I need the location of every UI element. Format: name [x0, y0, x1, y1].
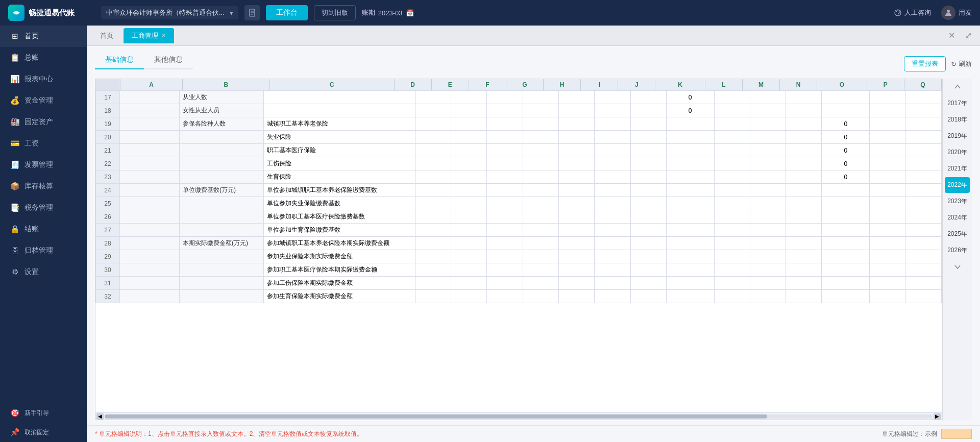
cell-30-f[interactable]	[487, 263, 523, 277]
cell-24-p[interactable]	[870, 184, 905, 197]
cell-22-n[interactable]	[786, 157, 822, 170]
cell-31-m[interactable]	[750, 277, 786, 290]
cell-20-i[interactable]	[595, 131, 630, 144]
cell-31-f[interactable]	[487, 277, 523, 290]
cell-22-p[interactable]	[870, 157, 905, 170]
cell-31-b[interactable]	[180, 277, 264, 290]
cell-30-q[interactable]	[905, 263, 942, 277]
cell-32-e[interactable]	[451, 290, 487, 303]
year-item-2024年[interactable]: 2024年	[945, 210, 970, 226]
cell-27-l[interactable]	[714, 224, 750, 237]
cell-29-i[interactable]	[595, 250, 630, 263]
cell-28-c[interactable]: 参加城镇职工基本养老保险本期实际缴费金额	[264, 237, 415, 250]
cell-27-j[interactable]	[630, 224, 666, 237]
cell-17-f[interactable]	[487, 91, 523, 104]
cell-22-b[interactable]	[180, 157, 264, 170]
cell-24-c[interactable]: 单位参加城镇职工基本养老保险缴费基数	[264, 184, 415, 197]
cell-20-d[interactable]	[415, 131, 451, 144]
cell-29-a[interactable]	[119, 250, 179, 263]
cell-30-o[interactable]	[822, 263, 870, 277]
cell-20-m[interactable]	[750, 131, 786, 144]
cell-29-p[interactable]	[870, 250, 905, 263]
cell-29-q[interactable]	[905, 250, 942, 263]
cell-25-e[interactable]	[451, 197, 487, 210]
sidebar-item-invoice[interactable]: 🧾发票管理	[0, 154, 87, 176]
cell-29-l[interactable]	[714, 250, 750, 263]
cell-23-h[interactable]	[558, 170, 594, 184]
cell-21-h[interactable]	[558, 144, 594, 157]
cell-30-b[interactable]	[180, 263, 264, 277]
year-item-2019年[interactable]: 2019年	[945, 128, 970, 144]
cell-24-j[interactable]	[630, 184, 666, 197]
cell-23-b[interactable]	[180, 170, 264, 184]
cell-26-d[interactable]	[415, 210, 451, 224]
cell-29-n[interactable]	[786, 250, 822, 263]
cell-21-f[interactable]	[487, 144, 523, 157]
cell-27-p[interactable]	[870, 224, 905, 237]
cell-30-i[interactable]	[595, 263, 630, 277]
cell-25-m[interactable]	[750, 197, 786, 210]
cell-32-f[interactable]	[487, 290, 523, 303]
cell-27-c[interactable]: 单位参加生育保险缴费基数	[264, 224, 415, 237]
cell-17-c[interactable]	[264, 91, 415, 104]
cell-22-c[interactable]: 工伤保险	[264, 157, 415, 170]
service-button[interactable]: 人工咨询	[894, 8, 931, 17]
cell-24-k[interactable]	[666, 184, 714, 197]
cell-24-o[interactable]	[822, 184, 870, 197]
cell-22-k[interactable]	[666, 157, 714, 170]
cell-23-q[interactable]	[905, 170, 942, 184]
cell-32-l[interactable]	[714, 290, 750, 303]
cell-30-l[interactable]	[714, 263, 750, 277]
cell-24-m[interactable]	[750, 184, 786, 197]
cell-20-n[interactable]	[786, 131, 822, 144]
cell-25-b[interactable]	[180, 197, 264, 210]
cell-29-m[interactable]	[750, 250, 786, 263]
cell-28-m[interactable]	[750, 237, 786, 250]
cell-28-f[interactable]	[487, 237, 523, 250]
user-area[interactable]: 用友	[941, 6, 972, 20]
cell-20-h[interactable]	[558, 131, 594, 144]
year-item-2017年[interactable]: 2017年	[945, 95, 970, 111]
cell-17-k[interactable]: 0	[666, 91, 714, 104]
tab-active[interactable]: 工商管理 ✕	[124, 28, 174, 43]
cell-23-f[interactable]	[487, 170, 523, 184]
sidebar-item-salary[interactable]: 💳工资	[0, 133, 87, 154]
cell-24-e[interactable]	[451, 184, 487, 197]
cell-31-j[interactable]	[630, 277, 666, 290]
cell-20-c[interactable]: 失业保险	[264, 131, 415, 144]
cell-23-p[interactable]	[870, 170, 905, 184]
cell-26-p[interactable]	[870, 210, 905, 224]
tab-home[interactable]: 首页	[92, 28, 121, 43]
cell-22-h[interactable]	[558, 157, 594, 170]
cell-17-j[interactable]	[630, 91, 666, 104]
cell-17-i[interactable]	[595, 91, 630, 104]
cell-32-k[interactable]	[666, 290, 714, 303]
refresh-button[interactable]: ↻ 刷新	[951, 56, 972, 71]
cell-27-d[interactable]	[415, 224, 451, 237]
cell-20-e[interactable]	[451, 131, 487, 144]
cell-29-j[interactable]	[630, 250, 666, 263]
cell-19-o[interactable]: 0	[822, 117, 870, 131]
cell-30-m[interactable]	[750, 263, 786, 277]
cell-17-b[interactable]: 从业人数	[180, 91, 264, 104]
cell-20-b[interactable]	[180, 131, 264, 144]
cell-18-b[interactable]: 女性从业人员	[180, 104, 264, 117]
cell-24-f[interactable]	[487, 184, 523, 197]
cell-24-a[interactable]	[119, 184, 179, 197]
cell-22-a[interactable]	[119, 157, 179, 170]
year-item-2018年[interactable]: 2018年	[945, 112, 970, 128]
cell-18-l[interactable]	[714, 104, 750, 117]
cell-26-q[interactable]	[905, 210, 942, 224]
cell-26-g[interactable]	[523, 210, 558, 224]
cell-25-c[interactable]: 单位参加失业保险缴费基数	[264, 197, 415, 210]
cell-27-k[interactable]	[666, 224, 714, 237]
cell-25-d[interactable]	[415, 197, 451, 210]
cell-17-a[interactable]	[119, 91, 179, 104]
cell-32-q[interactable]	[905, 290, 942, 303]
cell-18-n[interactable]	[786, 104, 822, 117]
scroll-right-button[interactable]: ▶	[934, 413, 941, 420]
cell-23-i[interactable]	[595, 170, 630, 184]
sidebar-item-archive[interactable]: 🗄归档管理	[0, 240, 87, 261]
scroll-left-button[interactable]: ◀	[96, 413, 104, 420]
cell-27-g[interactable]	[523, 224, 558, 237]
